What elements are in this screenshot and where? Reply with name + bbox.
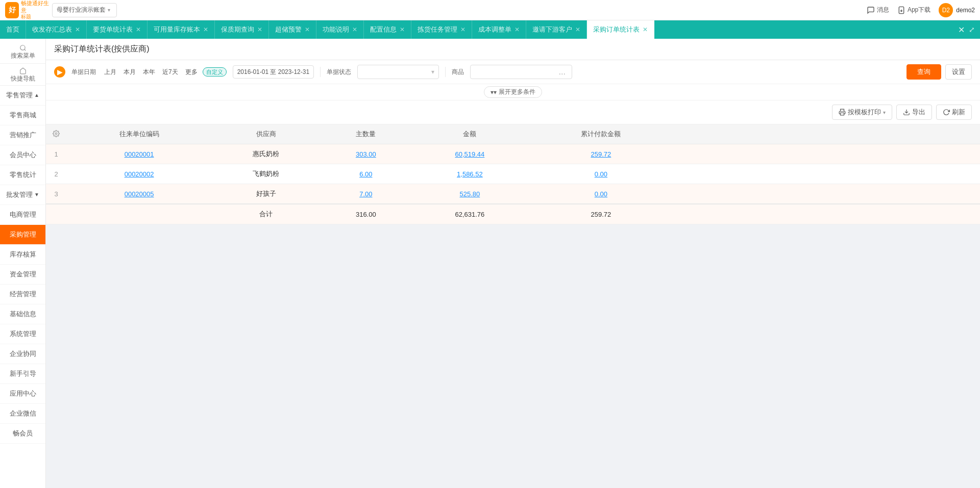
more-dates-btn[interactable]: 更多 [183, 67, 200, 77]
close-all-icon[interactable]: ✕ [958, 25, 965, 35]
tab-invite-downstream[interactable]: 邀请下游客户 ✕ [526, 20, 587, 39]
close-icon[interactable]: ✕ [136, 26, 141, 33]
print-button[interactable]: 按模板打印 ▾ [832, 105, 892, 120]
nav-icon [19, 67, 27, 74]
amount-cell[interactable]: 60,519.44 [411, 144, 528, 164]
this-year-btn[interactable]: 本年 [141, 67, 157, 77]
close-icon[interactable]: ✕ [643, 26, 648, 33]
tab-inventory-account[interactable]: 可用量库存账本 ✕ [148, 20, 215, 39]
tab-pick-task[interactable]: 拣货任务管理 ✕ [411, 20, 472, 39]
action-bar: 按模板打印 ▾ 导出 刷新 [46, 100, 980, 124]
tab-purchase-stats[interactable]: 采购订单统计表 ✕ [587, 20, 654, 39]
sidebar-item-basic-info[interactable]: 基础信息 [0, 304, 45, 324]
expand-more-button[interactable]: ▾▾ 展开更多条件 [484, 86, 542, 98]
main-qty-cell[interactable]: 6.00 [321, 164, 411, 184]
settings-button[interactable]: 设置 [945, 64, 972, 80]
user-name: demo2 [956, 7, 975, 14]
sidebar-item-enterprise-coop[interactable]: 企业协同 [0, 344, 45, 364]
message-action[interactable]: 消息 [867, 6, 889, 14]
footer-label: 合计 [212, 204, 320, 224]
last-month-btn[interactable]: 上月 [102, 67, 118, 77]
sidebar-item-system[interactable]: 系统管理 [0, 324, 45, 344]
goods-filter-input[interactable]: … [470, 65, 572, 79]
main-qty-cell[interactable]: 303.00 [321, 144, 411, 164]
col-settings[interactable] [46, 124, 66, 144]
tab-home[interactable]: 首页 [0, 20, 26, 39]
sidebar-item-retail-shop[interactable]: 零售商城 [0, 106, 45, 125]
date-range-display[interactable]: 2016-01-01 至 2023-12-31 [233, 65, 314, 79]
user-area[interactable]: D2 demo2 [939, 3, 975, 17]
main-qty-cell[interactable]: 7.00 [321, 184, 411, 204]
export-button[interactable]: 导出 [896, 105, 932, 120]
tab-function-desc[interactable]: 功能说明 ✕ [316, 20, 364, 39]
logo-icon: 好 [5, 2, 19, 18]
download-icon [897, 6, 905, 14]
tab-quality-check[interactable]: 保质期查询 ✕ [215, 20, 269, 39]
amount-cell[interactable]: 525.80 [411, 184, 528, 204]
this-month-btn[interactable]: 本月 [121, 67, 138, 77]
close-icon[interactable]: ✕ [203, 26, 208, 33]
sidebar-item-operations[interactable]: 经营管理 [0, 285, 45, 304]
status-filter-label: 单据状态 [327, 68, 351, 76]
status-select-arrow: ▾ [431, 68, 434, 75]
sidebar-item-finance[interactable]: 资金管理 [0, 265, 45, 285]
sidebar-item-marketing[interactable]: 营销推广 [0, 125, 45, 145]
close-icon[interactable]: ✕ [514, 26, 520, 33]
last-7-days-btn[interactable]: 近7天 [160, 67, 180, 77]
close-icon[interactable]: ✕ [575, 26, 580, 33]
close-icon[interactable]: ✕ [257, 26, 262, 33]
sidebar-quick-nav[interactable]: 快捷导航 [0, 64, 45, 86]
col-paid-amount: 累计付款金额 [528, 124, 674, 144]
print-dropdown-arrow[interactable]: ▾ [883, 110, 886, 115]
sidebar-item-wholesale[interactable]: 批发管理 ▼ [0, 185, 45, 205]
tab-receive-summary[interactable]: 收发存汇总表 ✕ [26, 20, 87, 39]
table-header-row: 往来单位编码 供应商 主数量 金额 累计付款金额 [46, 124, 980, 144]
close-icon[interactable]: ✕ [75, 26, 80, 33]
separator-1 [320, 67, 321, 77]
tab-config-info[interactable]: 配置信息 ✕ [364, 20, 411, 39]
sidebar-item-inventory[interactable]: 库存核算 [0, 245, 45, 265]
sidebar-item-member[interactable]: 会员中心 [0, 145, 45, 165]
app-download-action[interactable]: App下载 [897, 6, 930, 14]
supplier-code-cell[interactable]: 00020001 [66, 144, 212, 164]
sidebar-item-retail[interactable]: 零售管理 ▲ [0, 86, 45, 106]
tab-cost-adjust[interactable]: 成本调整单 ✕ [472, 20, 526, 39]
close-icon[interactable]: ✕ [400, 26, 405, 33]
footer-extra [674, 204, 980, 224]
maximize-icon[interactable]: ⤢ [969, 25, 975, 34]
refresh-button[interactable]: 刷新 [936, 105, 972, 120]
table-footer: 合计 316.00 62,631.76 259.72 [46, 204, 980, 224]
amount-cell[interactable]: 1,586.52 [411, 164, 528, 184]
filter-toggle-button[interactable]: ▶ [54, 66, 65, 78]
chevron-down-icon: ▾ [108, 7, 110, 13]
paid-amount-cell[interactable]: 0.00 [528, 184, 674, 204]
tab-order-summary[interactable]: 要货单统计表 ✕ [87, 20, 148, 39]
close-icon[interactable]: ✕ [305, 26, 310, 33]
sidebar-item-app-center[interactable]: 应用中心 [0, 384, 45, 404]
paid-amount-cell[interactable]: 259.72 [528, 144, 674, 164]
sidebar-item-retail-stats[interactable]: 零售统计 [0, 165, 45, 185]
sidebar-item-onboarding[interactable]: 新手引导 [0, 364, 45, 384]
paid-amount-cell[interactable]: 0.00 [528, 164, 674, 184]
supplier-code-cell[interactable]: 00020005 [66, 184, 212, 204]
supplier-code-cell[interactable]: 00020002 [66, 164, 212, 184]
sidebar-item-enterprise-wechat[interactable]: 企业微信 [0, 404, 45, 424]
goods-filter-more[interactable]: … [556, 68, 568, 76]
sidebar-item-purchase[interactable]: 采购管理 [0, 225, 45, 245]
search-button[interactable]: 查询 [906, 64, 941, 80]
date-quick-buttons: 上月 本月 本年 近7天 更多 自定义 [102, 67, 227, 77]
close-icon[interactable]: ✕ [460, 26, 465, 33]
tab-overstock-warning[interactable]: 超储预警 ✕ [269, 20, 316, 39]
col-extra [674, 124, 980, 144]
workspace-selector[interactable]: 母婴行业演示账套 ▾ [52, 3, 117, 17]
status-filter-select[interactable]: ▾ [357, 65, 439, 79]
sidebar-item-member2[interactable]: 畅会员 [0, 424, 45, 444]
separator-2 [445, 67, 446, 77]
search-icon [19, 44, 27, 52]
sidebar-search[interactable]: 搜索菜单 [0, 39, 45, 64]
footer-row: 合计 316.00 62,631.76 259.72 [46, 204, 980, 224]
close-icon[interactable]: ✕ [352, 26, 357, 33]
sidebar-item-ecommerce[interactable]: 电商管理 [0, 205, 45, 225]
user-avatar: D2 [939, 3, 953, 17]
table-container: 往来单位编码 供应商 主数量 金额 累计付款金额 1 00020001 惠氏奶 [46, 124, 980, 488]
